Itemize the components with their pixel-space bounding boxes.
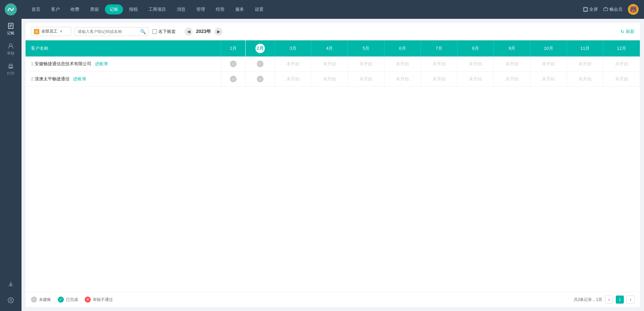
nav-manage[interactable]: 管理 bbox=[192, 4, 210, 14]
sidebar-bottom bbox=[0, 277, 22, 311]
status-not-started-text: 未开始 bbox=[615, 61, 628, 66]
page-prev-btn[interactable]: ‹ bbox=[605, 296, 613, 304]
sidebar-logo bbox=[0, 0, 22, 19]
sidebar-item-print[interactable]: 打印 bbox=[0, 59, 22, 79]
nav-settings[interactable]: 设置 bbox=[250, 4, 268, 14]
th-sep: 9月 bbox=[494, 40, 530, 56]
user-avatar[interactable]: 🐻 bbox=[628, 4, 639, 15]
bookkeeping-icon bbox=[7, 22, 14, 30]
status-not-started-text: 未开始 bbox=[578, 76, 592, 81]
status-not-started-text: 未开始 bbox=[396, 61, 409, 66]
enter-ledger-link[interactable]: 进账簿 bbox=[95, 61, 108, 66]
staff-select[interactable]: 全 全部员工 ▼ bbox=[31, 27, 71, 36]
sidebar-download-btn[interactable] bbox=[0, 277, 22, 291]
fullscreen-btn[interactable]: 全屏 bbox=[583, 6, 598, 12]
nav-bookkeeping[interactable]: 记账 bbox=[105, 4, 123, 14]
table-header-row: 客户名称 1月 2月 3月 4月 5月 6月 7月 8月 9月 10月 bbox=[26, 40, 640, 56]
search-wrap: 🔍 bbox=[75, 27, 149, 36]
sidebar-item-bookkeeping[interactable]: 记账 bbox=[0, 19, 22, 39]
sidebar-item-label: 审核 bbox=[7, 51, 14, 56]
row-1-month-10: 未开始 bbox=[567, 72, 603, 87]
legend-not-created: − 未建账 bbox=[31, 297, 51, 303]
sidebar-item-audit[interactable]: 审核 bbox=[0, 39, 22, 59]
enter-ledger-link[interactable]: 进账簿 bbox=[73, 76, 86, 81]
row-1-month-3: 未开始 bbox=[311, 72, 348, 87]
row-1-month-5: 未开始 bbox=[384, 72, 421, 87]
legend-grey-dot: − bbox=[31, 297, 37, 303]
th-mar: 3月 bbox=[275, 40, 311, 56]
th-apr: 4月 bbox=[311, 40, 348, 56]
legend-rejected-label: 审核不通过 bbox=[93, 297, 113, 303]
row-1-month-4: 未开始 bbox=[348, 72, 385, 87]
status-not-started-text: 未开始 bbox=[323, 61, 336, 66]
status-not-started-text: 未开始 bbox=[396, 76, 409, 81]
row-1-month-7: 未开始 bbox=[457, 72, 494, 87]
row-0-month-3: 未开始 bbox=[311, 56, 348, 72]
th-oct: 10月 bbox=[530, 40, 567, 56]
nav-operation[interactable]: 经营 bbox=[211, 4, 229, 14]
sidebar-item-label: 打印 bbox=[7, 71, 14, 76]
content: 全 全部员工 ▼ 🔍 名下账套 ◀ 2023年 ▶ bbox=[22, 19, 644, 311]
status-dash-icon: − bbox=[257, 76, 264, 82]
search-input[interactable] bbox=[78, 29, 138, 34]
member-btn[interactable]: 畅会员 bbox=[603, 6, 622, 12]
sidebar-user-btn[interactable] bbox=[0, 294, 22, 307]
status-not-started-text: 未开始 bbox=[542, 76, 555, 81]
status-not-started-text: 未开始 bbox=[506, 61, 519, 66]
nav-home[interactable]: 首页 bbox=[27, 4, 45, 14]
nav-message[interactable]: 消息 bbox=[172, 4, 190, 14]
current-month-circle: 2月 bbox=[255, 44, 265, 53]
year-next-btn[interactable]: ▶ bbox=[214, 28, 223, 36]
legend-red-dot: ✕ bbox=[85, 297, 91, 303]
th-dec: 12月 bbox=[603, 40, 640, 56]
nav-tax[interactable]: 报税 bbox=[124, 4, 143, 14]
status-not-started-text: 未开始 bbox=[286, 76, 299, 81]
th-client-name: 客户名称 bbox=[26, 40, 221, 56]
nav-service[interactable]: 服务 bbox=[231, 4, 249, 14]
row-1-month-0: − bbox=[221, 72, 245, 87]
page-1-btn[interactable]: 1 bbox=[616, 296, 624, 304]
status-dash-icon: − bbox=[257, 61, 264, 67]
table-wrap: 客户名称 1月 2月 3月 4月 5月 6月 7月 8月 9月 10月 bbox=[26, 40, 640, 292]
row-0-month-8: 未开始 bbox=[494, 56, 530, 72]
legend-completed: ✓ 已完成 bbox=[58, 297, 78, 303]
svg-rect-11 bbox=[604, 8, 608, 11]
staff-select-label: 全部员工 bbox=[41, 29, 57, 34]
table-row: 1安徽畅捷通信息技术有限公司进账簿−−未开始未开始未开始未开始未开始未开始未开始… bbox=[26, 56, 640, 72]
legend-rejected: ✕ 审核不通过 bbox=[85, 297, 113, 303]
status-not-started-text: 未开始 bbox=[469, 76, 482, 81]
nav-invoice[interactable]: 票据 bbox=[85, 4, 104, 14]
page-container: 全 全部员工 ▼ 🔍 名下账套 ◀ 2023年 ▶ bbox=[26, 23, 640, 307]
row-1-month-8: 未开始 bbox=[494, 72, 530, 87]
svg-rect-10 bbox=[583, 7, 588, 11]
svg-point-9 bbox=[10, 299, 12, 301]
audit-icon bbox=[7, 42, 14, 50]
row-0-month-5: 未开始 bbox=[384, 56, 421, 72]
th-may: 5月 bbox=[348, 40, 385, 56]
status-not-started-text: 未开始 bbox=[359, 76, 372, 81]
nav-client[interactable]: 客户 bbox=[46, 4, 65, 14]
th-jun: 6月 bbox=[384, 40, 421, 56]
row-0-month-0: − bbox=[221, 56, 245, 72]
nav-billing[interactable]: 收费 bbox=[66, 4, 84, 14]
my-accounts-checkbox[interactable] bbox=[152, 29, 157, 34]
nav-business[interactable]: 工商项目 bbox=[144, 4, 171, 14]
search-icon[interactable]: 🔍 bbox=[140, 29, 146, 34]
status-not-started-text: 未开始 bbox=[433, 61, 446, 66]
year-prev-btn[interactable]: ◀ bbox=[185, 28, 193, 36]
page-next-btn[interactable]: › bbox=[627, 296, 635, 304]
status-not-started-text: 未开始 bbox=[615, 76, 628, 81]
status-dash-icon: − bbox=[230, 61, 237, 67]
refresh-btn[interactable]: ↻ 刷新 bbox=[620, 29, 635, 35]
my-accounts-checkbox-wrap[interactable]: 名下账套 bbox=[152, 29, 176, 35]
main-area: 首页 客户 收费 票据 记账 报税 工商项目 消息 管理 经营 服务 设置 全屏 bbox=[22, 0, 644, 311]
client-name-text: 漠澳太平畅捷通信 bbox=[35, 76, 70, 81]
fullscreen-label: 全屏 bbox=[589, 6, 598, 12]
row-1-month-2: 未开始 bbox=[275, 72, 311, 87]
legend-not-created-label: 未建账 bbox=[39, 297, 51, 303]
row-1-client-name-cell: 2漠澳太平畅捷通信进账簿 bbox=[26, 72, 221, 87]
status-not-started-text: 未开始 bbox=[286, 61, 299, 66]
row-0-month-7: 未开始 bbox=[457, 56, 494, 72]
footer: − 未建账 ✓ 已完成 ✕ 审核不通过 共2条记录，1页 ‹ 1 › bbox=[26, 292, 640, 307]
svg-rect-7 bbox=[9, 67, 12, 68]
